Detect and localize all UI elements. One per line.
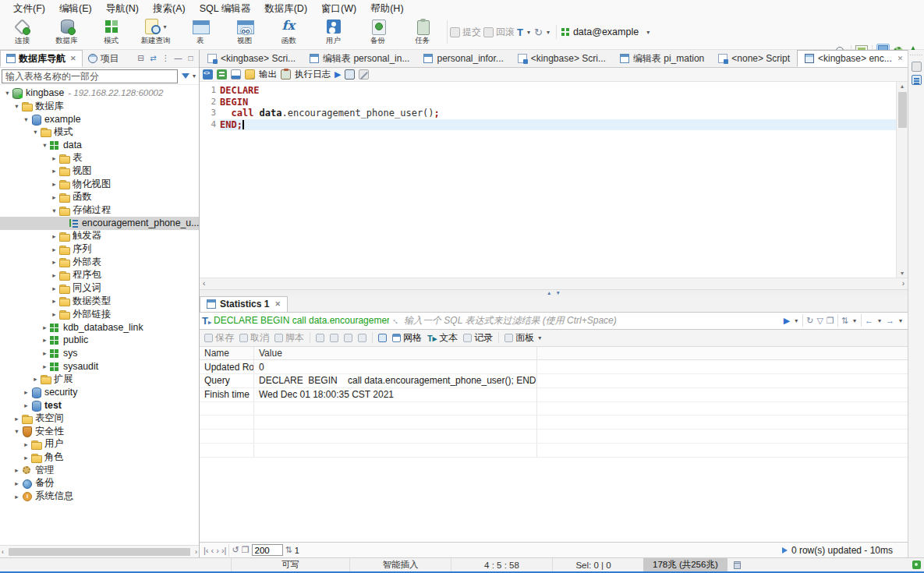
write-mode-indicator[interactable]: 可写 bbox=[231, 558, 349, 571]
toolbar-connect-button[interactable]: 连接 bbox=[0, 17, 44, 46]
tree-node-模式[interactable]: ▾模式 bbox=[0, 126, 199, 139]
tree-node-外部链接[interactable]: ▸外部链接 bbox=[0, 308, 199, 321]
close-icon[interactable]: ✕ bbox=[274, 300, 281, 308]
tree-chevron-icon[interactable]: ▸ bbox=[12, 479, 21, 487]
tree-node-程序包[interactable]: ▸程序包 bbox=[0, 269, 199, 282]
editor-tab[interactable]: 编辑表 pi_mation bbox=[613, 50, 711, 67]
fetch-all-icon[interactable]: ❐ bbox=[242, 545, 250, 555]
tree-chevron-icon[interactable]: ▸ bbox=[50, 310, 58, 318]
commit-button[interactable]: 提交 bbox=[462, 26, 481, 39]
editor-horizontal-scrollbar[interactable]: ‹ › bbox=[200, 278, 908, 289]
tree-node-函数[interactable]: ▸函数 bbox=[0, 191, 199, 204]
table-row[interactable]: QueryDECLARE BEGIN call data.encourageme… bbox=[200, 374, 908, 388]
tree-node-同义词[interactable]: ▸同义词 bbox=[0, 281, 199, 295]
custom-filter-icon[interactable]: ❐ bbox=[827, 316, 834, 326]
tree-node-触发器[interactable]: ▸触发器 bbox=[0, 230, 199, 243]
tree-node-存储过程[interactable]: ▾存储过程 bbox=[0, 203, 199, 217]
menu-item[interactable]: 编辑(E) bbox=[52, 1, 99, 17]
tree-chevron-icon[interactable]: ▸ bbox=[50, 193, 58, 201]
tree-node-备份[interactable]: ▸备份 bbox=[0, 477, 199, 490]
scroll-up-icon[interactable]: ▴ bbox=[897, 83, 908, 90]
menu-item[interactable]: 数据库(D) bbox=[257, 1, 314, 17]
editor-tab[interactable]: <kingbase> Scri... bbox=[511, 50, 613, 67]
tree-node-test[interactable]: ▸test bbox=[0, 399, 199, 412]
tree-chevron-icon[interactable]: ▸ bbox=[12, 415, 21, 423]
tree-node-序列[interactable]: ▸序列 bbox=[0, 242, 199, 256]
sql-console-icon[interactable] bbox=[203, 69, 213, 80]
row-delete-icon[interactable] bbox=[344, 334, 352, 342]
code-line[interactable]: BEGIN bbox=[220, 97, 896, 108]
table-row[interactable]: Updated Rows0 bbox=[200, 360, 908, 374]
tree-node-kdb_database_link[interactable]: ▸kdb_database_link bbox=[0, 320, 199, 334]
sort-dropdown-icon[interactable]: ▾ bbox=[851, 317, 858, 324]
results-sash[interactable]: ▲▼ bbox=[200, 289, 908, 296]
filter-type-icon[interactable]: T▸ bbox=[202, 315, 211, 327]
refresh-dropdown-icon[interactable]: ▾ bbox=[545, 29, 551, 36]
code-line[interactable]: call data.encouragement_phone_user(); bbox=[220, 108, 896, 119]
fetch-size-input[interactable] bbox=[252, 544, 283, 556]
outline-icon[interactable] bbox=[912, 75, 922, 85]
column-header[interactable]: Value bbox=[254, 347, 537, 360]
maximize-icon[interactable]: □ bbox=[186, 54, 196, 64]
execution-log-button[interactable]: 执行日志 bbox=[295, 69, 331, 80]
forward-dropdown-icon[interactable]: ▾ bbox=[897, 317, 904, 324]
caret-position-indicator[interactable]: 4 : 5 : 58 bbox=[451, 558, 552, 571]
last-page-icon[interactable]: ›| bbox=[221, 546, 227, 555]
forward-icon[interactable]: → bbox=[886, 316, 894, 325]
tree-chevron-icon[interactable]: ▸ bbox=[50, 180, 58, 188]
output-button[interactable]: 输出 bbox=[259, 69, 277, 80]
scrollbar-thumb[interactable] bbox=[9, 548, 190, 556]
sash-down-icon[interactable]: ▼ bbox=[556, 290, 561, 295]
tree-chevron-icon[interactable]: ▸ bbox=[12, 466, 21, 474]
tree-chevron-icon[interactable]: ▸ bbox=[41, 336, 49, 344]
cancel-button[interactable]: 取消 bbox=[239, 331, 269, 345]
tree-chevron-icon[interactable]: ▸ bbox=[22, 440, 30, 448]
tree-chevron-icon[interactable]: ▾ bbox=[3, 89, 12, 97]
tree-node-数据类型[interactable]: ▸数据类型 bbox=[0, 295, 199, 308]
toggle-panel-icon[interactable] bbox=[231, 69, 241, 80]
back-dropdown-icon[interactable]: ▾ bbox=[876, 317, 883, 324]
apply-filter-icon[interactable]: ▶ bbox=[784, 316, 790, 326]
row-spinner-icon[interactable]: ⇅ bbox=[285, 545, 292, 555]
panel-dropdown-icon[interactable]: ▾ bbox=[536, 334, 543, 341]
editor-tab[interactable]: 编辑表 personal_in... bbox=[303, 50, 416, 67]
next-page-icon[interactable]: › bbox=[216, 546, 219, 555]
tree-node-表空间[interactable]: ▸表空间 bbox=[0, 412, 199, 425]
refresh-result-icon[interactable]: ↺ bbox=[232, 545, 239, 555]
tree-chevron-icon[interactable]: ▸ bbox=[50, 297, 58, 305]
tree-chevron-icon[interactable]: ▾ bbox=[22, 115, 30, 123]
editor-tab[interactable]: <kingbase> Scri... bbox=[200, 50, 303, 67]
menu-item[interactable]: 导航(N) bbox=[99, 1, 146, 17]
scroll-left-icon[interactable]: ‹ bbox=[2, 548, 4, 556]
refresh-icon[interactable]: ↻ bbox=[534, 27, 543, 38]
tree-chevron-icon[interactable]: ▸ bbox=[50, 232, 58, 240]
editor-tab[interactable]: personal_infor... bbox=[416, 50, 510, 67]
sidebar-horizontal-scrollbar[interactable]: ‹ › bbox=[0, 545, 199, 557]
tree-node-外部表[interactable]: ▸外部表 bbox=[0, 256, 199, 269]
insert-mode-indicator[interactable]: 智能插入 bbox=[349, 558, 451, 571]
tree-chevron-icon[interactable]: ▸ bbox=[50, 246, 58, 253]
sql-code-area[interactable]: DECLAREBEGIN call data.encouragement_pho… bbox=[220, 82, 896, 278]
cell-name[interactable]: Updated Rows bbox=[200, 360, 254, 373]
dropdown-arrow-icon[interactable]: ▾ bbox=[161, 23, 168, 30]
tree-node-用户[interactable]: ▸用户 bbox=[0, 438, 199, 451]
tree-chevron-icon[interactable]: ▸ bbox=[12, 493, 21, 500]
menu-item[interactable]: 文件(F) bbox=[6, 1, 52, 17]
panel-button[interactable]: 面板▾ bbox=[504, 331, 543, 345]
tree-chevron-icon[interactable]: ▾ bbox=[50, 207, 58, 214]
menu-item[interactable]: 搜索(A) bbox=[146, 1, 193, 17]
scroll-right-icon[interactable]: › bbox=[902, 279, 905, 288]
tree-node-角色[interactable]: ▸角色 bbox=[0, 451, 199, 464]
toolbar-database-button[interactable]: 数据库 bbox=[44, 17, 89, 46]
minimize-icon[interactable]: — bbox=[173, 54, 183, 64]
toolbar-backup-button[interactable]: 备份 bbox=[356, 17, 400, 46]
row-edit-icon[interactable] bbox=[358, 334, 366, 342]
sort-icon[interactable]: ⇅ bbox=[841, 316, 848, 326]
tree-node-sysaudit[interactable]: ▸sysaudit bbox=[0, 359, 199, 373]
tree-node-表[interactable]: ▸表 bbox=[0, 151, 199, 164]
tree-chevron-icon[interactable]: ▾ bbox=[12, 102, 21, 110]
toolbar-task-button[interactable]: 任务 bbox=[400, 17, 444, 46]
filter-input[interactable]: 输入一个 SQL 表达式来过滤结果 (使用 Ctrl+Space) bbox=[404, 314, 780, 327]
cell-name[interactable]: Finish time bbox=[200, 388, 254, 401]
collapse-all-icon[interactable]: ⊟ bbox=[136, 54, 146, 64]
